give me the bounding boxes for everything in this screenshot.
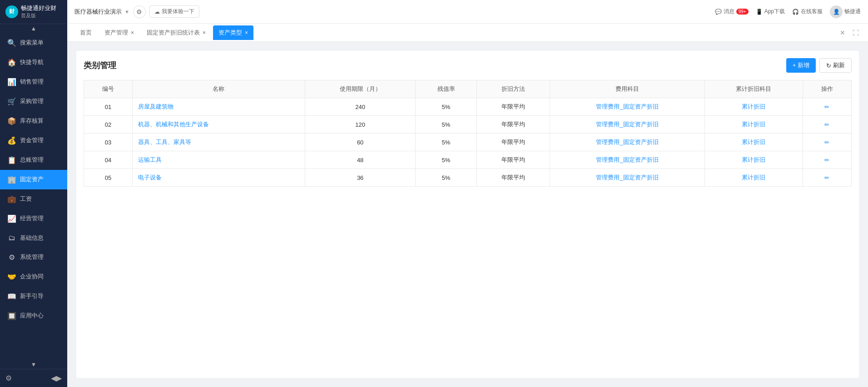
- collapse-icon[interactable]: ◀▶: [51, 374, 62, 382]
- cell-code-0: 01: [84, 98, 133, 116]
- cell-residual-3: 5%: [416, 151, 476, 169]
- content-area: 类别管理 + 新增 ↻ 刷新 编号 名称 使用期限（月） 残值率: [67, 42, 868, 387]
- app-center-label: 应用中心: [20, 312, 44, 320]
- col-code: 编号: [84, 80, 133, 98]
- cell-expense-2: 管理费用_固定资产折旧: [550, 134, 704, 151]
- cell-period-4: 36: [305, 169, 415, 187]
- maximize-icon[interactable]: ⛶: [851, 27, 861, 38]
- scroll-up[interactable]: ▲: [0, 24, 67, 33]
- notification-badge: 99+: [736, 9, 749, 15]
- tab-close-assets[interactable]: ×: [131, 30, 134, 36]
- sidebar-item-app-center[interactable]: 🔲 应用中心: [0, 306, 67, 326]
- cell-method-3: 年限平均: [476, 151, 550, 169]
- tab-label-depreciation: 固定资产折旧统计表: [147, 29, 200, 37]
- user-label: 畅捷通: [844, 8, 861, 15]
- tab-label-home: 首页: [80, 29, 92, 37]
- table-row: 05 电子设备 36 5% 年限平均 管理费用_固定资产折旧 累计折旧 ✏: [84, 169, 852, 187]
- sidebar-item-guide[interactable]: 📖 新手引导: [0, 287, 67, 306]
- tab-label-assets: 资产管理: [104, 29, 128, 37]
- cell-edit-0[interactable]: ✏: [803, 98, 851, 116]
- user-action[interactable]: 👤 畅捷通: [830, 5, 861, 18]
- tab-assets[interactable]: 资产管理×: [99, 25, 139, 40]
- cell-code-3: 04: [84, 151, 133, 169]
- search-label: 搜索菜单: [20, 39, 44, 47]
- capital-icon: 💰: [7, 136, 16, 145]
- customer-service-label: 在线客服: [801, 8, 823, 15]
- base-info-label: 基础信息: [20, 234, 44, 242]
- table-header-row: 编号 名称 使用期限（月） 残值率 折旧方法 费用科目 累计折旧科目 操作: [84, 80, 852, 98]
- cell-period-0: 240: [305, 98, 415, 116]
- sidebar-item-enterprise[interactable]: 🤝 企业协同: [0, 267, 67, 287]
- window-controls: ✕ ⛶: [838, 27, 861, 38]
- customer-service-action[interactable]: 🎧 在线客服: [792, 8, 823, 15]
- logo-area: 财 畅捷通好业财 普及版: [0, 0, 67, 24]
- cell-name-1: 机器、机械和其他生产设备: [133, 116, 305, 134]
- sidebar-item-purchase[interactable]: 🛒 采购管理: [0, 92, 67, 111]
- close-window-icon[interactable]: ✕: [838, 27, 847, 38]
- cloud-icon: ☁: [154, 9, 160, 15]
- refresh-button[interactable]: ↻ 刷新: [819, 58, 852, 73]
- purchase-icon: 🛒: [7, 97, 16, 106]
- system-label: 系统管理: [20, 253, 44, 261]
- user-avatar: 👤: [830, 5, 843, 18]
- col-action: 操作: [803, 80, 851, 98]
- cell-edit-4[interactable]: ✏: [803, 169, 851, 187]
- notification-label: 消息: [724, 8, 734, 15]
- topbar-left: 医疗器械行业演示 ▼ ⚙ ☁ 我要体验一下: [74, 5, 709, 18]
- col-name: 名称: [133, 80, 305, 98]
- sidebar-item-sales[interactable]: 📊 销售管理: [0, 72, 67, 92]
- topbar-settings-icon[interactable]: ⚙: [133, 5, 146, 18]
- sidebar-nav: 🔍 搜索菜单 🏠 快捷导航 📊 销售管理 🛒 采购管理 📦 库存核算 💰 资金管…: [0, 33, 67, 360]
- sidebar-item-ledger[interactable]: 📋 总账管理: [0, 150, 67, 170]
- topbar: 医疗器械行业演示 ▼ ⚙ ☁ 我要体验一下 💬 消息 99+ 📱 App下载 🎧…: [67, 0, 868, 24]
- sidebar-item-salary[interactable]: 💼 工资: [0, 189, 67, 209]
- logo-title: 畅捷通好业财: [21, 5, 56, 12]
- app-download-action[interactable]: 📱 App下载: [756, 8, 785, 15]
- sidebar-item-capital[interactable]: 💰 资金管理: [0, 131, 67, 150]
- guide-icon: 📖: [7, 292, 16, 301]
- tab-close-asset-type[interactable]: ×: [245, 30, 248, 36]
- inventory-label: 库存核算: [20, 117, 44, 125]
- guide-label: 新手引导: [20, 292, 44, 300]
- scroll-down[interactable]: ▼: [0, 360, 67, 369]
- sidebar-item-base-info[interactable]: 🗂 基础信息: [0, 228, 67, 248]
- cell-accum-3: 累计折旧: [704, 151, 803, 169]
- cell-accum-2: 累计折旧: [704, 134, 803, 151]
- experience-button[interactable]: ☁ 我要体验一下: [149, 5, 199, 18]
- tab-asset-type[interactable]: 资产类型×: [213, 25, 253, 40]
- tab-depreciation[interactable]: 固定资产折旧统计表×: [141, 25, 211, 40]
- enterprise-icon: 🤝: [7, 273, 16, 281]
- company-selector[interactable]: 医疗器械行业演示 ▼: [74, 8, 129, 16]
- app-download-icon: 📱: [756, 9, 763, 15]
- cell-method-2: 年限平均: [476, 134, 550, 151]
- sidebar-footer: ⚙ ◀▶: [0, 369, 67, 387]
- notification-action[interactable]: 💬 消息 99+: [715, 8, 749, 15]
- fixed-assets-label: 固定资产: [20, 175, 44, 184]
- settings-footer-icon[interactable]: ⚙: [5, 374, 12, 382]
- sidebar-item-operations[interactable]: 📈 经营管理: [0, 209, 67, 228]
- col-method: 折旧方法: [476, 80, 550, 98]
- cell-edit-2[interactable]: ✏: [803, 134, 851, 151]
- sidebar-item-system[interactable]: ⚙ 系统管理: [0, 248, 67, 267]
- cell-residual-0: 5%: [416, 98, 476, 116]
- tab-home[interactable]: 首页: [74, 25, 97, 40]
- new-button[interactable]: + 新增: [786, 58, 816, 73]
- table-row: 01 房屋及建筑物 240 5% 年限平均 管理费用_固定资产折旧 累计折旧 ✏: [84, 98, 852, 116]
- header-actions: + 新增 ↻ 刷新: [786, 58, 852, 73]
- sidebar-item-inventory[interactable]: 📦 库存核算: [0, 111, 67, 131]
- sidebar-item-fixed-assets[interactable]: 🏢 固定资产: [0, 170, 67, 189]
- tab-close-depreciation[interactable]: ×: [203, 30, 206, 36]
- sidebar-item-search[interactable]: 🔍 搜索菜单: [0, 33, 67, 53]
- cell-name-4: 电子设备: [133, 169, 305, 187]
- cell-expense-0: 管理费用_固定资产折旧: [550, 98, 704, 116]
- cell-residual-4: 5%: [416, 169, 476, 187]
- ledger-label: 总账管理: [20, 156, 44, 164]
- cell-edit-3[interactable]: ✏: [803, 151, 851, 169]
- enterprise-label: 企业协同: [20, 273, 44, 281]
- sidebar-item-quick-nav[interactable]: 🏠 快捷导航: [0, 53, 67, 72]
- topbar-right: 💬 消息 99+ 📱 App下载 🎧 在线客服 👤 畅捷通: [715, 5, 861, 18]
- operations-label: 经营管理: [20, 214, 44, 223]
- col-expense: 费用科目: [550, 80, 704, 98]
- table-row: 02 机器、机械和其他生产设备 120 5% 年限平均 管理费用_固定资产折旧 …: [84, 116, 852, 134]
- cell-edit-1[interactable]: ✏: [803, 116, 851, 134]
